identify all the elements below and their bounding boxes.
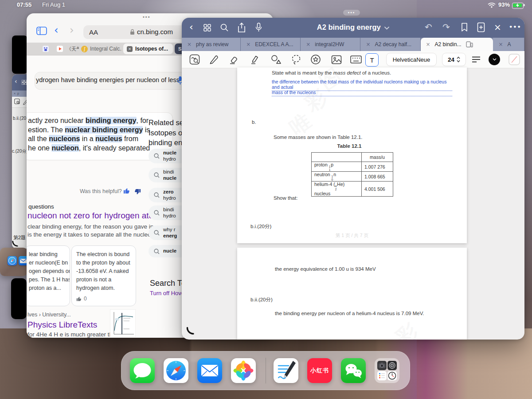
dock-goodnotes-icon[interactable] [274, 358, 298, 383]
undo-icon[interactable]: ↶ [425, 22, 432, 32]
table-title: Table 12.1 [311, 143, 387, 149]
dock-safari-icon[interactable] [164, 358, 188, 383]
video-favicon[interactable] [57, 46, 63, 52]
notes-tab[interactable]: ×phy as review [182, 38, 241, 51]
page2-line-1: the energy equivalence of 1.00 u is 934 … [275, 266, 376, 272]
stickers-tool-icon[interactable] [310, 54, 321, 65]
zoom-writing-tool-icon[interactable] [189, 54, 200, 65]
mini-line-q2: 第2题 [13, 234, 26, 241]
tieba-favicon[interactable] [43, 46, 49, 52]
back-icon[interactable]: ‹ [54, 24, 59, 36]
mini-tools-row [12, 97, 27, 108]
tab-close-icon[interactable]: × [246, 41, 250, 47]
wifi-icon [488, 2, 496, 8]
keyboard-icon[interactable] [350, 54, 362, 65]
fill-none-swatch[interactable] [509, 54, 520, 65]
text-align-icon[interactable] [470, 54, 482, 65]
answer-mini-card-2[interactable]: The electron is bound to the proton by a… [71, 245, 136, 306]
more-icon[interactable]: ••• [509, 24, 521, 30]
font-family-chip[interactable]: HelveticaNeue [387, 53, 436, 66]
page2-line-2: the binding energy per nucleon of a heli… [275, 311, 424, 316]
text-tool-icon-active[interactable]: T [365, 53, 379, 67]
background-home-thumbnail[interactable] [0, 248, 27, 276]
reader-button[interactable]: AA [89, 28, 98, 36]
forward-icon[interactable]: › [70, 24, 74, 36]
tab-isotopes-active[interactable]: × Isotopes of... [123, 43, 173, 54]
result-thumbnail-chart[interactable] [110, 309, 136, 337]
tab-close-icon[interactable]: × [366, 41, 370, 47]
document-page-1[interactable]: 图 彩 唯 State what is meant by the mass de… [237, 67, 467, 243]
image-tool-icon[interactable] [331, 54, 342, 65]
search-icon [154, 172, 160, 178]
notes-window-handle[interactable]: ••• [343, 10, 360, 16]
redo-icon[interactable]: ↷ [442, 22, 450, 32]
battery-icon [512, 3, 524, 9]
mini-safari-icon[interactable] [8, 256, 17, 265]
tab-close-icon[interactable]: × [306, 41, 310, 47]
notes-tab[interactable]: ×A2 decay half... [360, 38, 420, 51]
card1-line: ogen depends on [29, 267, 66, 276]
notes-tab[interactable]: ×A [493, 38, 524, 51]
dock-photos-icon[interactable] [231, 358, 256, 383]
notes-tab[interactable]: ×EDEXCEL A A... [241, 38, 301, 51]
card2-text: The electron is bound to the proton by a… [72, 246, 136, 292]
safari-window-handle[interactable]: ••• [143, 14, 151, 20]
background-app-card-bottom[interactable] [11, 278, 27, 319]
eraser-tool-icon[interactable] [227, 54, 239, 65]
dock-app-folder[interactable] [375, 358, 399, 383]
tab-close-icon[interactable]: × [127, 46, 133, 52]
mini-back-icon[interactable]: ‹ [15, 78, 17, 85]
dock-xiaohongshu-icon[interactable]: 小红书 [307, 358, 332, 383]
stepper-chevrons-icon [457, 56, 460, 63]
lasso-tool-icon[interactable] [290, 54, 302, 65]
turn-off-hover-link[interactable]: Turn off Hover [150, 290, 186, 296]
document-page-2[interactable]: the energy equivalence of 1.00 u is 934 … [237, 248, 467, 340]
page-curl-icon[interactable] [186, 327, 194, 335]
masses-intro: Some masses are shown in Table 12.1. [274, 134, 363, 140]
integral-favicon[interactable]: ∫ [81, 46, 88, 52]
like-count: 0 [84, 296, 87, 302]
mini-tab-strip[interactable]: × p [12, 91, 27, 97]
shapes-tool-icon[interactable] [270, 54, 282, 65]
background-notes-window[interactable]: ‹ × p b.ii.(20分 c.(20分) 第2题 [12, 75, 27, 249]
chevron-down-icon [384, 27, 389, 30]
tab-close-icon[interactable]: × [498, 41, 503, 47]
thumb-down-icon[interactable] [134, 189, 141, 195]
color-picker-black[interactable] [489, 54, 500, 65]
dock-messages-icon[interactable] [130, 358, 155, 383]
tab-weather[interactable]: 《天气 [66, 46, 79, 52]
font-size-stepper[interactable]: 24 [442, 53, 466, 66]
highlighter-tool-icon[interactable] [249, 54, 260, 65]
tab-close-icon[interactable]: × [426, 41, 430, 47]
document-title[interactable]: A2 binding energy [182, 23, 524, 32]
qa-question-link[interactable]: nucleon not zero for hydrogen atom? [27, 211, 165, 221]
notes-tab[interactable]: ×integral2HW [301, 38, 360, 51]
card1-line: lear binding [29, 250, 66, 259]
sidebar-icon[interactable] [36, 27, 47, 35]
battery-percent: 93% [498, 1, 510, 8]
like-icon[interactable] [76, 296, 82, 301]
show-that-label: Show that: [274, 195, 297, 201]
notes-tab-active[interactable]: × A2 bindin... [421, 38, 493, 51]
mini-page-curl-icon[interactable] [12, 241, 18, 247]
add-page-icon[interactable] [477, 22, 485, 32]
thumb-up-icon[interactable] [123, 187, 130, 194]
page-overview-icon[interactable] [466, 41, 473, 47]
search-query-text: ydrogen have binding energies per nucleo… [36, 76, 199, 83]
tab-close-icon[interactable]: × [187, 41, 192, 47]
qa-snippet-1: clear binding energy, for the reason you… [27, 223, 153, 230]
close-icon[interactable]: × [494, 22, 501, 32]
mini-mail-icon[interactable] [19, 256, 27, 265]
mini-zoomtool-icon[interactable] [14, 99, 21, 105]
pen-tool-icon[interactable] [208, 54, 220, 65]
result-title-link[interactable]: Physics LibreTexts [27, 320, 97, 330]
xiaohongshu-label: 小红书 [310, 367, 329, 375]
mini-grid-icon[interactable] [22, 80, 27, 85]
dock-wechat-icon[interactable] [341, 358, 366, 383]
tab-integral[interactable]: Integral Calc... [90, 46, 122, 52]
bookmark-icon[interactable] [461, 23, 468, 32]
answer-mini-card-1[interactable]: lear binding er nucleon(E bn ) ogen depe… [27, 245, 70, 306]
background-app-card-top[interactable] [12, 36, 27, 74]
status-time: 07:55 [17, 1, 31, 8]
dock-mail-icon[interactable] [197, 358, 222, 383]
